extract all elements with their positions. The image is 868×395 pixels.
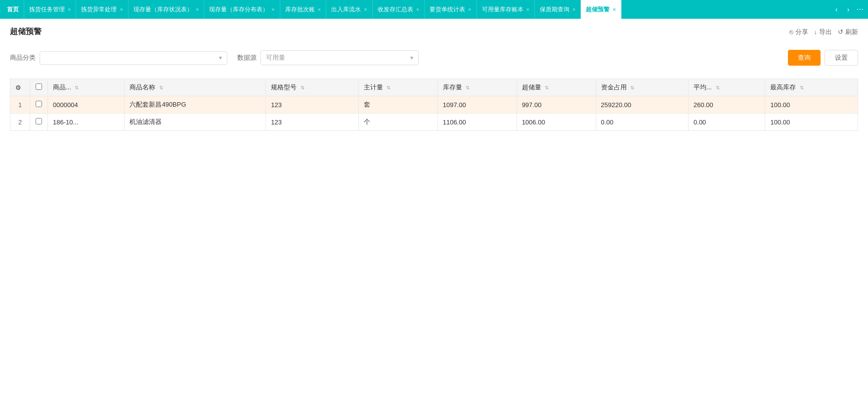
row-overstock-1: 997.00 (517, 96, 596, 114)
datasource-select[interactable]: 可用量 ▾ (260, 50, 419, 65)
row-unit-1: 套 (358, 96, 437, 114)
header-actions: ⎋ 分享 ↓ 导出 ↺ 刷新 (789, 28, 859, 37)
nav-tab-stock-status[interactable]: 现存量（库存状况表） × (129, 0, 204, 19)
close-tab-overstock-warning[interactable]: × (612, 6, 615, 12)
nav-tab-home[interactable]: 首页 (2, 0, 24, 19)
th-stock[interactable]: 库存量 ⇅ (437, 79, 517, 96)
row-code-2: 186-10... (48, 114, 125, 131)
row-spec-1: 123 (266, 96, 358, 114)
nav-tab-quality-check[interactable]: 保质期查询 × (535, 0, 581, 19)
nav-tab-stock-batch[interactable]: 库存批次账 × (280, 0, 326, 19)
refresh-button[interactable]: ↺ 刷新 (838, 28, 858, 37)
row-code-1: 0000004 (48, 96, 125, 114)
refresh-icon: ↺ (838, 28, 843, 36)
row-unit-2: 个 (358, 114, 437, 131)
data-table: ⚙ 商品... ⇅ 商品名称 ⇅ 规格型号 ⇅ 主计量 (10, 79, 858, 131)
query-button[interactable]: 查询 (788, 50, 821, 66)
setting-button[interactable]: 设置 (825, 50, 858, 66)
close-tab-quality-check[interactable]: × (572, 6, 575, 12)
row-stock-2: 1106.00 (437, 114, 517, 131)
nav-tab-recv-send-summary[interactable]: 收发存汇总表 × (373, 0, 425, 19)
row-stock-1: 1097.00 (437, 96, 517, 114)
row-capital-1: 259220.00 (596, 96, 688, 114)
row-check-2[interactable] (30, 114, 48, 131)
row-check-1[interactable] (30, 96, 48, 114)
nav-tab-salvage-abnormal[interactable]: 拣货异常处理 × (76, 0, 128, 19)
nav-tab-order-stats[interactable]: 要货单统计表 × (425, 0, 477, 19)
close-tab-stock-dist[interactable]: × (271, 6, 274, 12)
category-filter: 商品分类 ▾ (10, 51, 227, 65)
row-avg-2: 0.00 (689, 114, 765, 131)
nav-tab-stock-dist[interactable]: 现存量（库存分布表） × (204, 0, 280, 19)
datasource-filter: 数据源 可用量 ▾ (237, 50, 419, 65)
close-tab-in-out-flow[interactable]: × (364, 6, 367, 12)
page-content: 超储预警 ⎋ 分享 ↓ 导出 ↺ 刷新 商品分类 ▾ 数据源 (0, 19, 868, 395)
row-capital-2: 0.00 (596, 114, 688, 131)
row-checkbox-1[interactable] (36, 101, 42, 107)
filter-row: 商品分类 ▾ 数据源 可用量 ▾ 查询 设置 (10, 45, 858, 71)
page-header: 超储预警 ⎋ 分享 ↓ 导出 ↺ 刷新 (10, 27, 858, 37)
th-unit[interactable]: 主计量 ⇅ (358, 79, 437, 96)
nav-tab-salvage-task[interactable]: 拣货任务管理 × (24, 0, 76, 19)
sort-max-stock-icon: ⇅ (800, 85, 804, 90)
category-dropdown-icon: ▾ (219, 54, 222, 61)
nav-tab-in-out-flow[interactable]: 出入库流水 × (326, 0, 372, 19)
sort-stock-icon: ⇅ (466, 85, 470, 90)
close-tab-stock-batch[interactable]: × (318, 6, 321, 12)
row-spec-2: 123 (266, 114, 358, 131)
th-avg[interactable]: 平均... ⇅ (689, 79, 765, 96)
close-tab-salvage-abnormal[interactable]: × (120, 6, 123, 12)
share-icon: ⎋ (789, 28, 793, 36)
th-capital[interactable]: 资金占用 ⇅ (596, 79, 688, 96)
nav-tab-available-stock[interactable]: 可用量库存账本 × (477, 0, 535, 19)
sort-code-icon: ⇅ (75, 85, 79, 90)
category-label: 商品分类 (10, 53, 36, 62)
row-max-stock-2: 100.00 (765, 114, 858, 131)
datasource-select-value: 可用量 (266, 53, 285, 62)
nav-next-arrow[interactable]: › (842, 0, 854, 19)
sort-unit-icon: ⇅ (387, 85, 391, 90)
gear-icon: ⚙ (15, 84, 21, 91)
row-overstock-2: 1006.00 (517, 114, 596, 131)
sort-capital-icon: ⇅ (630, 85, 634, 90)
table-row: 1 0000004 六配套新昌490BPG 123 套 1097.00 997.… (10, 96, 858, 114)
row-checkbox-2[interactable] (36, 118, 42, 124)
nav-tab-overstock-warning[interactable]: 超储预警 × (581, 0, 621, 19)
filter-actions: 查询 设置 (788, 50, 858, 66)
th-gear[interactable]: ⚙ (10, 79, 30, 96)
close-tab-recv-send-summary[interactable]: × (416, 6, 419, 12)
table-body: 1 0000004 六配套新昌490BPG 123 套 1097.00 997.… (10, 96, 858, 131)
datasource-dropdown-icon: ▾ (410, 54, 413, 61)
nav-prev-arrow[interactable]: ‹ (830, 0, 842, 19)
th-max-stock[interactable]: 最高库存 ⇅ (765, 79, 858, 96)
category-select-value (45, 54, 47, 62)
close-tab-stock-status[interactable]: × (196, 6, 199, 12)
row-name-1: 六配套新昌490BPG (125, 96, 266, 114)
table-row: 2 186-10... 机油滤清器 123 个 1106.00 1006.00 … (10, 114, 858, 131)
table-header: ⚙ 商品... ⇅ 商品名称 ⇅ 规格型号 ⇅ 主计量 (10, 79, 858, 96)
share-button[interactable]: ⎋ 分享 (789, 28, 808, 37)
export-icon: ↓ (814, 28, 818, 36)
sort-spec-icon: ⇅ (301, 85, 304, 90)
close-tab-salvage-task[interactable]: × (68, 6, 71, 12)
close-tab-available-stock[interactable]: × (526, 6, 529, 12)
close-tab-order-stats[interactable]: × (468, 6, 471, 12)
th-check (30, 79, 48, 96)
top-nav: 首页 拣货任务管理 × 拣货异常处理 × 现存量（库存状况表） × 现存量（库存… (0, 0, 868, 19)
th-code[interactable]: 商品... ⇅ (48, 79, 125, 96)
sort-avg-icon: ⇅ (716, 85, 720, 90)
sort-overstock-icon: ⇅ (545, 85, 549, 90)
export-button[interactable]: ↓ 导出 (814, 28, 832, 37)
select-all-checkbox[interactable] (36, 83, 42, 90)
th-name[interactable]: 商品名称 ⇅ (125, 79, 266, 96)
row-num-1: 1 (10, 96, 30, 114)
th-overstock[interactable]: 超储量 ⇅ (517, 79, 596, 96)
page-title: 超储预警 (10, 27, 42, 37)
row-avg-1: 260.00 (689, 96, 765, 114)
datasource-label: 数据源 (237, 53, 257, 62)
th-spec[interactable]: 规格型号 ⇅ (266, 79, 358, 96)
row-name-2: 机油滤清器 (125, 114, 266, 131)
nav-more-arrow[interactable]: ⋯ (854, 0, 866, 19)
category-select[interactable]: ▾ (40, 51, 227, 65)
sort-name-icon: ⇅ (159, 85, 163, 90)
